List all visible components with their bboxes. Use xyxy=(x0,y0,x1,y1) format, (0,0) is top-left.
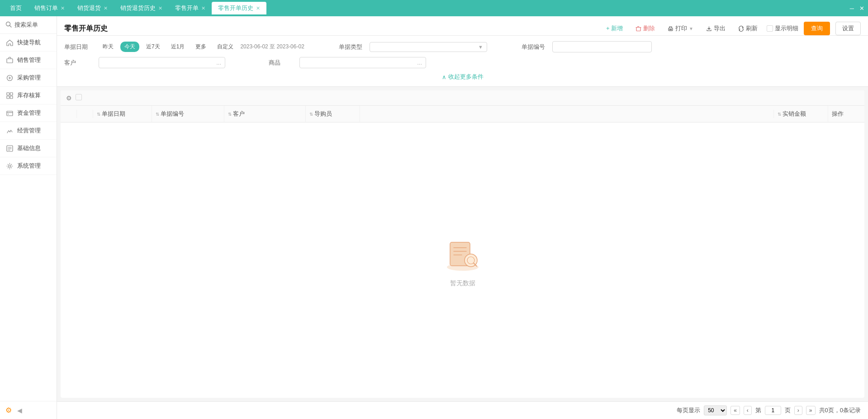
collapse-sidebar-icon[interactable]: ◀ xyxy=(17,407,22,414)
total-label: 共0页，0条记录 xyxy=(819,406,861,414)
tab-home[interactable]: 首页 xyxy=(4,2,28,14)
per-page-select[interactable]: 50 20 100 xyxy=(704,405,727,415)
order-num-input[interactable] xyxy=(552,41,652,52)
delete-label: 删除 xyxy=(643,24,655,33)
collapse-label: 收起更多条件 xyxy=(448,73,484,81)
window-controls: ─ ✕ xyxy=(850,5,864,12)
th-date[interactable]: ⇅ 单据日期 xyxy=(93,106,152,122)
tab-sales-return-history[interactable]: 销货退货历史 ✕ xyxy=(114,2,169,14)
th-action-label: 操作 xyxy=(832,110,844,118)
th-action: 操作 xyxy=(828,106,864,122)
date-btn-more[interactable]: 更多 xyxy=(191,42,210,52)
customer-select[interactable]: ... xyxy=(99,57,225,68)
tab-retail-open-history-close[interactable]: ✕ xyxy=(256,5,260,11)
goods-select[interactable]: ... xyxy=(299,57,426,68)
tab-sales-order-close[interactable]: ✕ xyxy=(61,5,65,11)
table-settings-icon[interactable]: ⚙ xyxy=(66,94,72,102)
page-input[interactable] xyxy=(765,406,781,415)
th-amount[interactable]: ⇅ 实销金额 xyxy=(774,106,828,122)
svg-line-1 xyxy=(10,25,12,27)
basic-info-icon xyxy=(5,144,14,152)
sidebar-item-system-mgmt-label: 系统管理 xyxy=(17,162,41,170)
svg-point-9 xyxy=(8,113,9,114)
date-label: 单据日期 xyxy=(64,43,91,51)
sidebar-item-purchase-mgmt[interactable]: 采购管理 xyxy=(0,69,57,87)
svg-point-11 xyxy=(9,165,11,167)
th-order-num-sort-icon: ⇅ xyxy=(156,112,159,117)
finance-icon xyxy=(5,109,14,117)
collapse-bar[interactable]: ∧ 收起更多条件 xyxy=(64,73,861,81)
sidebar-item-operations[interactable]: 经营管理 xyxy=(0,122,57,140)
settings-button[interactable]: 设置 xyxy=(835,22,861,35)
empty-state: 暂无数据 xyxy=(61,122,864,398)
sidebar-item-inventory[interactable]: 库存核算 xyxy=(0,87,57,104)
order-type-select[interactable]: ▼ xyxy=(370,42,487,52)
date-btn-1month[interactable]: 近1月 xyxy=(167,42,189,52)
tab-home-label: 首页 xyxy=(10,4,22,12)
tab-retail-open-close[interactable]: ✕ xyxy=(201,5,205,11)
next-page-btn[interactable]: › xyxy=(794,406,802,415)
last-page-btn[interactable]: » xyxy=(806,406,816,415)
search-icon xyxy=(5,21,12,29)
export-button[interactable]: 导出 xyxy=(702,23,729,34)
tab-sales-return[interactable]: 销货退货 ✕ xyxy=(71,2,114,14)
th-guide-sort-icon: ⇅ xyxy=(309,112,313,117)
date-btn-yesterday[interactable]: 昨天 xyxy=(99,42,118,52)
sidebar-item-sales-mgmt[interactable]: 销售管理 xyxy=(0,52,57,69)
print-button[interactable]: 打印 ▼ xyxy=(664,23,697,34)
sidebar-item-basic-info[interactable]: 基础信息 xyxy=(0,140,57,157)
th-order-num[interactable]: ⇅ 单据编号 xyxy=(152,106,224,122)
date-btn-custom[interactable]: 自定义 xyxy=(213,42,237,52)
tab-retail-open[interactable]: 零售开单 ✕ xyxy=(169,2,212,14)
refresh-button[interactable]: 刷新 xyxy=(735,23,761,34)
filter-dates: 昨天 今天 近7天 近1月 更多 自定义 2023-06-02 至 2023-0… xyxy=(99,42,304,52)
sidebar-item-purchase-mgmt-label: 采购管理 xyxy=(17,74,41,82)
tab-sales-return-history-close[interactable]: ✕ xyxy=(158,5,162,11)
tab-sales-order[interactable]: 销售订单 ✕ xyxy=(28,2,71,14)
tab-retail-open-history[interactable]: 零售开单历史 ✕ xyxy=(212,2,266,14)
first-page-btn[interactable]: « xyxy=(730,406,740,415)
add-button[interactable]: + 新增 xyxy=(602,23,626,34)
customer-label: 客户 xyxy=(64,59,91,67)
th-customer-sort-icon: ⇅ xyxy=(228,112,232,117)
print-label: 打印 xyxy=(675,24,687,33)
th-order-num-label: 单据编号 xyxy=(161,110,184,118)
th-customer[interactable]: ⇅ 客户 xyxy=(224,106,306,122)
page-title: 零售开单历史 xyxy=(64,24,108,33)
table-checkbox-all[interactable] xyxy=(76,94,82,102)
sidebar-item-system-mgmt[interactable]: 系统管理 xyxy=(0,157,57,175)
close-btn[interactable]: ✕ xyxy=(859,5,864,12)
th-date-sort-icon: ⇅ xyxy=(97,112,100,117)
order-type-filter: 单据类型 ▼ xyxy=(339,42,487,52)
minimize-btn[interactable]: ─ xyxy=(850,5,854,12)
goods-filter: 商品 ... xyxy=(269,57,426,68)
tab-sales-order-label: 销售订单 xyxy=(34,4,58,12)
tab-sales-return-label: 销货退货 xyxy=(77,4,101,12)
order-num-label: 单据编号 xyxy=(522,43,549,51)
tab-sales-return-close[interactable]: ✕ xyxy=(104,5,108,11)
tab-retail-open-history-label: 零售开单历史 xyxy=(218,4,253,12)
main-layout: 搜索采单 快捷导航 销售管理 采购管理 库存核算 xyxy=(0,16,868,419)
delete-button[interactable]: 删除 xyxy=(632,23,659,34)
th-guide[interactable]: ⇅ 导购员 xyxy=(306,106,360,122)
empty-text: 暂无数据 xyxy=(450,279,475,287)
print-dropdown-icon[interactable]: ▼ xyxy=(689,26,693,31)
sidebar-item-quick-nav[interactable]: 快捷导航 xyxy=(0,34,57,52)
operations-icon xyxy=(5,127,14,135)
sales-icon xyxy=(5,56,14,64)
inventory-icon xyxy=(5,91,14,99)
settings-icon[interactable]: ⚙ xyxy=(5,406,12,414)
sidebar-search[interactable]: 搜索采单 xyxy=(0,16,57,34)
date-btn-today[interactable]: 今天 xyxy=(120,42,139,52)
display-toggle[interactable]: 显示明细 xyxy=(767,24,798,33)
order-type-dropdown-icon: ▼ xyxy=(478,44,483,50)
date-btn-7days[interactable]: 近7天 xyxy=(142,42,164,52)
svg-rect-12 xyxy=(636,27,640,31)
sidebar-item-finance[interactable]: 资金管理 xyxy=(0,104,57,122)
display-label: 显示明细 xyxy=(775,24,798,33)
query-button[interactable]: 查询 xyxy=(804,22,830,35)
prev-page-btn[interactable]: ‹ xyxy=(744,406,752,415)
th-amount-label: 实销金额 xyxy=(783,110,806,118)
display-checkbox[interactable] xyxy=(767,25,773,32)
sidebar-item-finance-label: 资金管理 xyxy=(17,109,41,117)
